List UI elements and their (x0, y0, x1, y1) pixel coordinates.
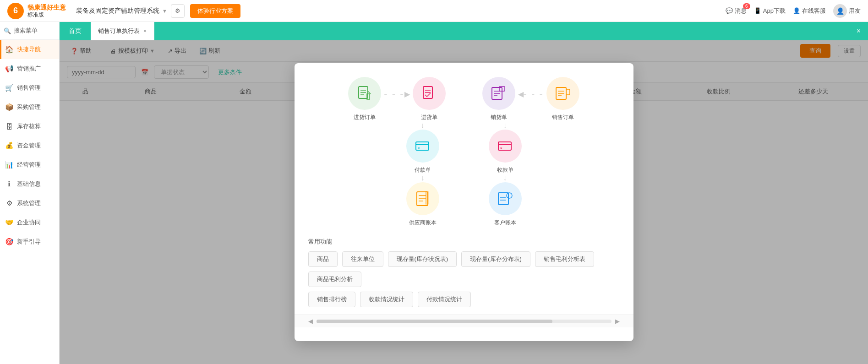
download-icon: 📱 (754, 7, 761, 14)
sidebar-item-system[interactable]: ⚙ 系统管理 (0, 194, 59, 213)
basic-icon: ℹ (5, 180, 13, 188)
scroll-track[interactable] (317, 320, 611, 323)
flow-item-customer-ledger[interactable]: 客户账本 (489, 182, 522, 227)
flow-item-sales-order[interactable]: 销售订单 (546, 77, 579, 121)
flow-item-supplier-ledger[interactable]: 供应商账本 (406, 182, 439, 227)
sidebar: 🔍 搜索菜单 🏠 快捷导航 📢 营销推广 🛒 销售管理 📦 采购管理 🗄 (0, 22, 60, 364)
func-btn-partner[interactable]: 往来单位 (342, 251, 383, 267)
operation-icon: 📊 (5, 161, 13, 169)
func-btn-product[interactable]: 商品 (308, 251, 338, 267)
flow-item-sales-slip[interactable]: 销货单 (482, 77, 515, 121)
tab-sales-order[interactable]: 销售订单执行表 × (91, 22, 154, 40)
logo-icon: 6 (7, 3, 24, 19)
svg-rect-26 (425, 191, 429, 205)
customer-ledger-circle[interactable] (489, 182, 522, 215)
tab-close-button[interactable]: × (143, 28, 147, 34)
func-btn-product-gross[interactable]: 商品毛利分析 (308, 272, 361, 287)
scroll-right-arrow[interactable]: ▶ (615, 318, 620, 325)
sidebar-item-finance[interactable]: 💰 资金管理 (0, 136, 59, 155)
sales-slip-circle[interactable] (482, 77, 515, 110)
svg-text:¥: ¥ (417, 146, 420, 150)
sidebar-item-quick[interactable]: 🏠 快捷导航 (0, 40, 59, 59)
message-icon: 💬 (726, 7, 733, 14)
search-icon: 🔍 (4, 27, 11, 34)
main-content: ❓ 帮助 🖨 按模板打印 ▼ ↗ 导出 🔄 刷新 (60, 40, 868, 364)
close-all-button[interactable]: × (857, 27, 861, 35)
purchase-icon: 📦 (5, 103, 13, 111)
purchase-slip-label: 进货单 (421, 114, 437, 121)
func-buttons-row-2: 销售排行榜 收款情况统计 付款情况统计 (308, 292, 620, 307)
tab-bar: 首页 销售订单执行表 × × (60, 22, 868, 40)
user-menu-button[interactable]: 👤 用友 (833, 4, 861, 18)
sales-order-circle[interactable] (546, 77, 579, 110)
sales-slip-label: 销货单 (491, 114, 507, 121)
system-dropdown-arrow[interactable]: ▼ (162, 8, 167, 14)
sidebar-item-enterprise[interactable]: 🤝 企业协同 (0, 213, 59, 232)
svg-text:¥: ¥ (500, 146, 502, 150)
sidebar-item-purchase[interactable]: 📦 采购管理 (0, 98, 59, 117)
enterprise-icon: 🤝 (5, 218, 13, 227)
func-btn-receipt-stats[interactable]: 收款情况统计 (360, 292, 413, 307)
finance-icon: 💰 (5, 141, 13, 150)
logo-area: 6 畅康通好生意 标准版 (7, 3, 67, 19)
avatar: 👤 (833, 4, 847, 18)
receipt-label: 收款单 (497, 166, 513, 174)
stock-icon: 🗄 (5, 122, 13, 130)
system-icon: ⚙ (5, 199, 13, 207)
purchase-slip-circle[interactable] (413, 77, 446, 110)
service-icon: 👤 (793, 7, 800, 14)
flow-modal: 进货订单 - - - ▶ (295, 63, 633, 341)
func-btn-stock-status[interactable]: 现存量(库存状况表) (388, 251, 457, 267)
flow-item-purchase-order[interactable]: 进货订单 (348, 77, 381, 121)
supplier-ledger-label: 供应商账本 (409, 219, 437, 227)
func-buttons-row: 商品 往来单位 现存量(库存状况表) 现存量(库存分布表) 销售毛利分析表 商品… (308, 251, 620, 287)
marketing-icon: 📢 (5, 65, 13, 73)
sidebar-item-operation[interactable]: 📊 经营管理 (0, 155, 59, 174)
sidebar-item-basic[interactable]: ℹ 基础信息 (0, 174, 59, 194)
common-funcs-title: 常用功能 (308, 238, 620, 246)
sidebar-item-guide[interactable]: 🎯 新手引导 (0, 232, 59, 251)
svg-point-28 (507, 193, 512, 198)
logo-text: 畅康通好生意 标准版 (27, 3, 66, 19)
scroll-left-arrow[interactable]: ◀ (308, 318, 313, 325)
receipt-circle[interactable]: ¥ (489, 130, 522, 163)
customer-ledger-label: 客户账本 (494, 219, 516, 227)
message-button[interactable]: 💬 消息 6 (726, 7, 747, 15)
top-right-area: 💬 消息 6 📱 App下载 👤 在线客服 👤 用友 (726, 4, 861, 18)
func-btn-sales-gross[interactable]: 销售毛利分析表 (535, 251, 594, 267)
sales-order-label: 销售订单 (552, 114, 574, 121)
online-service-button[interactable]: 👤 在线客服 (793, 7, 826, 15)
experience-button[interactable]: 体验行业方案 (190, 4, 240, 18)
func-btn-sales-rank[interactable]: 销售排行榜 (308, 292, 355, 307)
func-btn-payment-stats[interactable]: 付款情况统计 (418, 292, 471, 307)
supplier-ledger-circle[interactable] (406, 182, 439, 215)
purchase-order-label: 进货订单 (354, 114, 376, 121)
search-menu-button[interactable]: 🔍 搜索菜单 (0, 22, 59, 40)
payment-label: 付款单 (415, 166, 431, 174)
flow-item-payment[interactable]: ¥ 付款单 (406, 130, 439, 174)
sidebar-item-stock[interactable]: 🗄 库存核算 (0, 117, 59, 136)
payment-circle[interactable]: ¥ (406, 130, 439, 163)
modal-scrollbar[interactable]: ◀ ▶ (295, 315, 633, 327)
flow-item-purchase-slip[interactable]: 进货单 (413, 77, 446, 121)
purchase-order-circle[interactable] (348, 77, 381, 110)
modal-overlay[interactable]: 进货订单 - - - ▶ (60, 40, 868, 364)
sales-icon: 🛒 (5, 84, 13, 92)
app-download-button[interactable]: 📱 App下载 (754, 7, 786, 15)
scroll-thumb (317, 320, 552, 323)
sidebar-item-marketing[interactable]: 📢 营销推广 (0, 59, 59, 78)
func-btn-stock-dist[interactable]: 现存量(库存分布表) (461, 251, 530, 267)
flow-diagram: 进货订单 - - - ▶ (308, 77, 620, 227)
tab-home[interactable]: 首页 (60, 22, 91, 40)
settings-button[interactable]: ⚙ (171, 4, 185, 18)
flow-item-receipt[interactable]: ¥ 收款单 (489, 130, 522, 174)
home-icon: 🏠 (5, 45, 13, 54)
sidebar-item-sales[interactable]: 🛒 销售管理 (0, 78, 59, 98)
common-functions: 常用功能 商品 往来单位 现存量(库存状况表) 现存量(库存分布表) 销售毛利分… (308, 238, 620, 307)
system-title: 装备及固定资产辅助管理系统 ▼ (76, 7, 167, 15)
guide-icon: 🎯 (5, 238, 13, 246)
message-badge: 6 (743, 3, 750, 9)
